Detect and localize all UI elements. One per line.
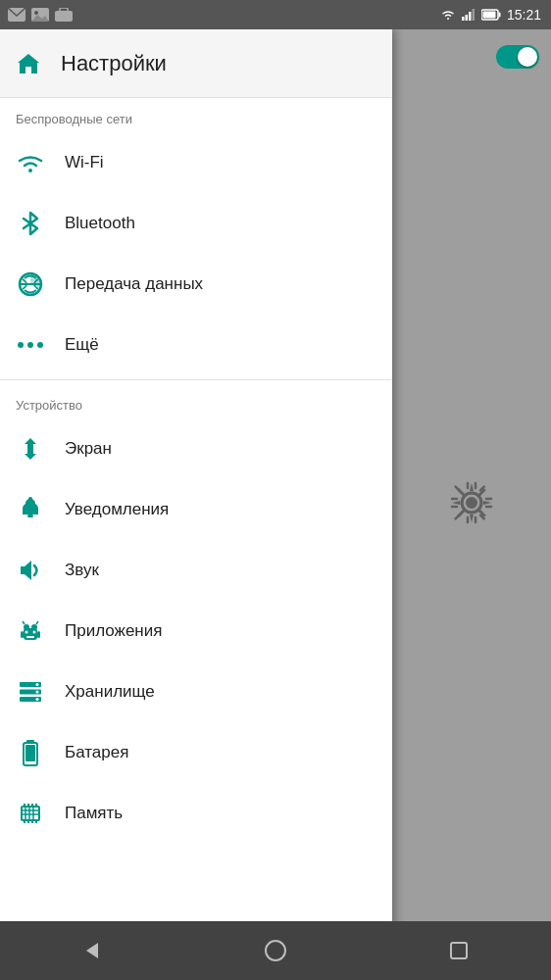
svg-point-12: [28, 169, 32, 172]
svg-rect-8: [472, 9, 475, 21]
data-icon: [16, 271, 45, 297]
image-icon: [31, 8, 49, 22]
memory-icon: [16, 801, 45, 826]
wifi-label: Wi-Fi: [65, 153, 104, 172]
status-bar: 15:21: [0, 0, 551, 29]
svg-point-36: [36, 698, 39, 701]
status-icons: [8, 8, 73, 22]
email-icon: [8, 8, 25, 22]
sound-item[interactable]: Звук: [0, 540, 392, 601]
toggle-area: [392, 29, 551, 84]
battery-icon: [16, 739, 45, 766]
toggle-switch[interactable]: [496, 45, 539, 69]
nav-bar: [0, 921, 551, 980]
apps-item[interactable]: Приложения: [0, 601, 392, 662]
svg-point-17: [37, 342, 43, 348]
svg-rect-7: [469, 12, 472, 21]
gear-area: [392, 84, 551, 921]
svg-rect-4: [60, 8, 68, 12]
wifi-icon: [16, 153, 45, 172]
svg-rect-23: [37, 631, 40, 638]
svg-point-19: [28, 497, 32, 501]
bluetooth-icon: [16, 211, 45, 236]
memory-item[interactable]: Память: [0, 783, 392, 844]
right-panel: [392, 29, 551, 921]
settings-drawer: Настройки Беспроводные сети Wi-Fi Blue: [0, 29, 392, 951]
battery-icon: [481, 9, 501, 21]
storage-icon: [16, 680, 45, 704]
back-button[interactable]: [63, 921, 122, 980]
notifications-label: Уведомления: [65, 500, 169, 519]
data-label: Передача данных: [65, 274, 203, 294]
svg-rect-38: [26, 740, 34, 744]
more-item[interactable]: Ещё: [0, 315, 392, 375]
svg-rect-11: [482, 12, 495, 19]
settings-title: Настройки: [61, 51, 167, 76]
svg-point-2: [34, 11, 38, 15]
more-label: Ещё: [65, 335, 99, 355]
svg-point-29: [33, 631, 36, 634]
screen-item[interactable]: Экран: [0, 418, 392, 479]
svg-rect-6: [465, 15, 468, 21]
svg-point-34: [36, 683, 39, 686]
briefcase-icon: [55, 8, 73, 22]
wifi-status-icon: [440, 9, 456, 21]
more-icon: [16, 338, 45, 352]
wireless-section-label: Беспроводные сети: [0, 98, 392, 132]
wireless-section: Беспроводные сети Wi-Fi Bluetooth: [0, 98, 392, 375]
svg-rect-39: [25, 745, 35, 761]
svg-point-15: [18, 342, 24, 348]
device-section-label: Устройство: [0, 384, 392, 418]
bluetooth-label: Bluetooth: [65, 214, 135, 233]
notifications-icon: [16, 497, 45, 522]
data-item[interactable]: Передача данных: [0, 254, 392, 315]
memory-label: Память: [65, 804, 123, 823]
svg-point-16: [27, 342, 33, 348]
svg-rect-30: [26, 636, 34, 638]
clock: 15:21: [507, 7, 541, 23]
svg-marker-20: [21, 561, 31, 580]
svg-line-27: [36, 621, 38, 624]
apps-icon: [16, 618, 45, 644]
home-icon: [16, 51, 41, 76]
svg-rect-18: [27, 514, 33, 517]
section-divider: [0, 379, 392, 380]
wifi-item[interactable]: Wi-Fi: [0, 132, 392, 193]
bluetooth-item[interactable]: Bluetooth: [0, 193, 392, 254]
svg-point-25: [31, 624, 37, 630]
drawer-header[interactable]: Настройки: [0, 29, 392, 98]
home-button[interactable]: [246, 921, 305, 980]
storage-label: Хранилище: [65, 682, 155, 702]
svg-rect-22: [21, 631, 24, 638]
sound-icon: [16, 559, 45, 582]
svg-rect-59: [451, 943, 467, 958]
svg-rect-10: [498, 13, 500, 18]
svg-rect-5: [462, 17, 465, 21]
gear-icon: [447, 478, 496, 527]
screen-label: Экран: [65, 439, 112, 459]
device-section: Устройство Экран Уведомления: [0, 384, 392, 844]
svg-point-24: [24, 624, 29, 630]
screen-icon: [16, 436, 45, 462]
svg-point-28: [25, 631, 28, 634]
status-right: 15:21: [440, 7, 541, 23]
svg-marker-57: [86, 943, 98, 958]
recent-button[interactable]: [429, 921, 488, 980]
svg-point-35: [36, 691, 39, 694]
sound-label: Звук: [65, 561, 99, 580]
notifications-item[interactable]: Уведомления: [0, 479, 392, 540]
svg-line-26: [23, 621, 25, 624]
storage-item[interactable]: Хранилище: [0, 662, 392, 722]
apps-label: Приложения: [65, 621, 162, 641]
battery-item[interactable]: Батарея: [0, 722, 392, 783]
svg-rect-40: [22, 807, 39, 820]
battery-label: Батарея: [65, 743, 128, 762]
svg-point-58: [266, 941, 285, 960]
signal-icon: [462, 9, 476, 21]
